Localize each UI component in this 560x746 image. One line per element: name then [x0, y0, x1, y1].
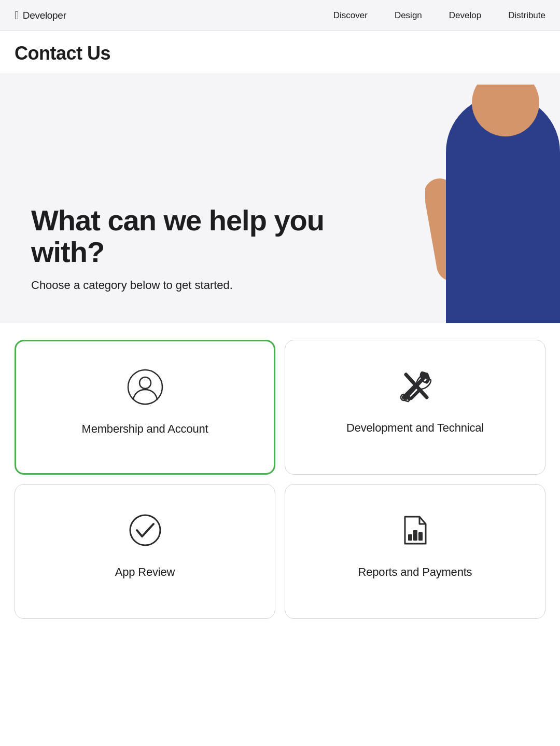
development-label: Development and Technical [346, 421, 484, 435]
membership-label: Membership and Account [82, 422, 208, 436]
document-chart-icon [397, 512, 434, 549]
person-icon [127, 368, 164, 406]
nav-item-discover[interactable]: Discover [333, 10, 368, 21]
categories-grid: Membership and Account [15, 340, 545, 619]
category-card-app-review[interactable]: App Review [15, 484, 275, 619]
hero-image [425, 85, 560, 323]
reports-icon-wrap [395, 509, 436, 551]
person-illustration [425, 85, 560, 323]
nav-links: Discover Design Develop Distribute [333, 10, 545, 21]
svg-rect-9 [418, 532, 423, 541]
membership-icon-wrap [124, 366, 166, 408]
categories-section: Membership and Account [0, 323, 560, 640]
nav-link-design[interactable]: Design [395, 10, 422, 20]
svg-point-6 [130, 515, 160, 545]
hero-section: What can we help you with? Choose a cate… [0, 74, 560, 323]
page-title: Contact Us [15, 43, 545, 64]
app-review-icon-wrap [124, 509, 166, 551]
page-title-bar: Contact Us [0, 31, 560, 74]
category-card-development[interactable]: Development and Technical [285, 340, 545, 475]
logo[interactable]:  Developer [15, 10, 66, 21]
logo-text: Developer [23, 10, 66, 21]
navigation:  Developer Discover Design Develop Dist… [0, 0, 560, 31]
wrench-screwdriver-icon [397, 367, 434, 405]
nav-item-develop[interactable]: Develop [449, 10, 481, 21]
development-icon-wrap [395, 365, 436, 407]
reports-label: Reports and Payments [358, 565, 472, 579]
app-review-label: App Review [115, 565, 175, 579]
nav-item-design[interactable]: Design [395, 10, 422, 21]
apple-icon:  [15, 10, 19, 21]
category-card-membership[interactable]: Membership and Account [15, 340, 275, 475]
svg-rect-8 [413, 530, 417, 541]
checkmark-circle-icon [127, 512, 164, 549]
svg-point-1 [139, 377, 151, 389]
hero-text: What can we help you with? Choose a cate… [31, 204, 342, 292]
nav-link-discover[interactable]: Discover [333, 10, 368, 20]
nav-link-distribute[interactable]: Distribute [508, 10, 545, 20]
nav-item-distribute[interactable]: Distribute [508, 10, 545, 21]
hero-heading: What can we help you with? [31, 204, 342, 268]
nav-link-develop[interactable]: Develop [449, 10, 481, 20]
category-card-reports[interactable]: Reports and Payments [285, 484, 545, 619]
hero-subtitle: Choose a category below to get started. [31, 279, 342, 292]
svg-rect-7 [408, 534, 412, 541]
